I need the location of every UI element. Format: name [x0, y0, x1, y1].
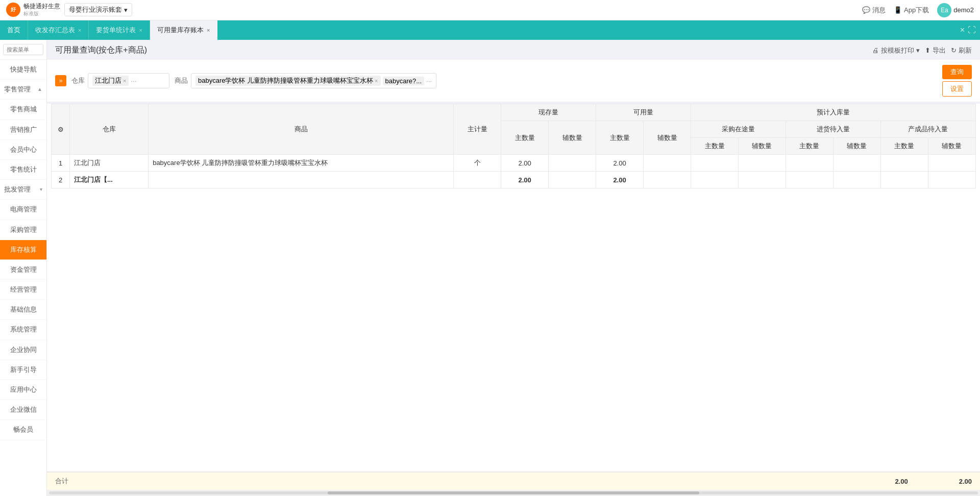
logo-area: 好 畅捷通好生意 标准版 — [6, 3, 60, 17]
chevron-down-icon-2: ▾ — [916, 46, 920, 54]
sidebar-item-system[interactable]: 系统管理 — [0, 320, 46, 340]
th-planned-inbound: 预计入库量 — [691, 104, 976, 121]
filter-more-icon: ··· — [131, 77, 136, 85]
settings-button[interactable]: 设置 — [942, 81, 972, 97]
cell-avail-aux — [644, 155, 691, 172]
cell-stock-aux — [549, 155, 596, 172]
th-purchase-main: 主数量 — [691, 138, 739, 155]
th-unit: 主计量 — [454, 104, 501, 155]
close-receive-summary-icon[interactable]: × — [78, 27, 81, 33]
sidebar-item-basics[interactable]: 基础信息 — [0, 300, 46, 320]
home-tab-label: 首页 — [7, 26, 20, 35]
cell-purchase-main-2 — [691, 172, 739, 188]
close-order-stats-icon[interactable]: × — [139, 27, 142, 33]
cell-prod-aux — [928, 155, 975, 172]
expand-filter-btn[interactable]: » — [55, 75, 66, 86]
warehouse-input[interactable]: 江北门店 × ··· — [88, 73, 169, 88]
sidebar-item-enterprise-wechat[interactable]: 企业微信 — [0, 400, 46, 420]
refresh-btn[interactable]: ↻ 刷新 — [951, 46, 972, 55]
export-btn[interactable]: ⬆ 导出 — [925, 46, 946, 55]
product-tag-2: babycare?... — [383, 77, 425, 85]
sidebar-item-member[interactable]: 会员中心 — [0, 140, 46, 160]
top-bar-right: 💬 消息 📱 App下载 Ea demo2 — [862, 3, 974, 17]
sidebar-item-inventory[interactable]: 库存核算 — [0, 240, 46, 260]
page-header: 可用量查询(按仓库+商品) 🖨 按模板打印 ▾ ⬆ 导出 ↻ 刷新 — [47, 40, 980, 60]
sidebar: 快捷导航 零售管理 ▲ 零售商城 营销推广 会员中心 零售统计 批发管理 ▾ 电… — [0, 40, 47, 496]
horizontal-scrollbar[interactable] — [47, 490, 980, 496]
available-inventory-label: 可用量库存账本 — [157, 26, 204, 35]
sidebar-item-zero-sales[interactable]: 零售管理 ▲ — [0, 80, 46, 100]
logo-text: 畅捷通好生意 — [23, 3, 60, 10]
content-area: 可用量查询(按仓库+商品) 🖨 按模板打印 ▾ ⬆ 导出 ↻ 刷新 » — [47, 40, 980, 496]
product-input[interactable]: babycare学饮杯 儿童防摔防撞吸管杯重力球吸嘴杯宝宝水杯 × babyca… — [191, 73, 436, 88]
export-icon: ⬆ — [925, 46, 930, 54]
tab-bar-controls: × ⛶ — [956, 20, 980, 40]
th-inbound-pending: 进货待入量 — [786, 121, 880, 138]
th-production-pending: 产成品待入量 — [880, 121, 975, 138]
industry-selector[interactable]: 母婴行业演示账套 ▾ — [64, 3, 132, 16]
sidebar-item-purchase[interactable]: 采购管理 — [0, 220, 46, 240]
user-area[interactable]: Ea demo2 — [937, 3, 974, 17]
chevron-down-icon: ▾ — [124, 6, 128, 14]
cell-prod-main-2 — [880, 172, 928, 188]
cell-inbound-aux-2 — [833, 172, 880, 188]
refresh-icon: ↻ — [951, 46, 957, 54]
sidebar-item-member2[interactable]: 畅会员 — [0, 420, 46, 440]
print-icon: 🖨 — [872, 46, 879, 54]
cell-product-2 — [149, 172, 454, 188]
sidebar-item-marketing[interactable]: 营销推广 — [0, 120, 46, 140]
sidebar-item-operations[interactable]: 经营管理 — [0, 280, 46, 300]
th-available: 可用量 — [596, 104, 691, 121]
tab-home[interactable]: 首页 — [0, 20, 28, 40]
product-label: 商品 — [175, 76, 188, 85]
sidebar-item-enterprise[interactable]: 企业协同 — [0, 340, 46, 360]
th-settings[interactable]: ⚙ — [52, 104, 70, 155]
cell-row-num-2: 2 — [52, 172, 70, 188]
close-available-inventory-icon[interactable]: × — [207, 27, 210, 33]
query-button[interactable]: 查询 — [942, 65, 972, 79]
sidebar-item-zero-stats[interactable]: 零售统计 — [0, 160, 46, 180]
logo-icon: 好 — [6, 3, 20, 17]
filter-more-2-icon: ··· — [426, 77, 432, 85]
logo-badge: 标准版 — [23, 10, 60, 17]
sidebar-item-wholesale[interactable]: 批发管理 ▾ — [0, 180, 46, 200]
sidebar-item-zero-mall[interactable]: 零售商城 — [0, 100, 46, 120]
search-input[interactable] — [3, 44, 43, 55]
inventory-table: ⚙ 仓库 商品 主计量 现存量 可用量 预计入库量 主数量 辅数量 主数量 辅数… — [51, 104, 976, 188]
th-stock-main: 主数量 — [501, 121, 549, 155]
sidebar-item-newbie[interactable]: 新手引导 — [0, 360, 46, 380]
tab-order-stats[interactable]: 要货单统计表 × — [89, 20, 150, 40]
cell-warehouse: 江北门店 — [70, 155, 149, 172]
template-print-btn[interactable]: 🖨 按模板打印 ▾ — [872, 46, 920, 55]
sidebar-item-ecommerce[interactable]: 电商管理 — [0, 200, 46, 220]
app-download-btn[interactable]: 📱 App下载 — [894, 6, 929, 15]
app-icon: 📱 — [894, 6, 902, 14]
scroll-thumb[interactable] — [328, 491, 699, 494]
cell-stock-main-2: 2.00 — [501, 172, 549, 188]
message-btn[interactable]: 💬 消息 — [862, 6, 886, 15]
avatar: Ea — [937, 3, 951, 17]
fullscreen-btn[interactable]: ⛶ — [968, 26, 976, 35]
th-avail-main: 主数量 — [596, 121, 644, 155]
th-purchase-transit: 采购在途量 — [691, 121, 786, 138]
cell-prod-main — [880, 155, 928, 172]
sidebar-item-app-center[interactable]: 应用中心 — [0, 380, 46, 400]
sidebar-item-finance[interactable]: 资金管理 — [0, 260, 46, 280]
cell-avail-main-2: 2.00 — [596, 172, 644, 188]
th-current-stock: 现存量 — [501, 104, 596, 121]
th-inbound-main: 主数量 — [786, 138, 833, 155]
tab-available-inventory[interactable]: 可用量库存账本 × — [150, 20, 217, 40]
th-product: 商品 — [149, 104, 454, 155]
chevron-icon-2: ▾ — [40, 186, 42, 193]
remove-warehouse-tag-icon[interactable]: × — [123, 78, 126, 84]
sidebar-item-quick-nav[interactable]: 快捷导航 — [0, 60, 46, 80]
tab-receive-summary[interactable]: 收发存汇总表 × — [28, 20, 89, 40]
th-stock-aux: 辅数量 — [549, 121, 596, 155]
product-tag-1: babycare学饮杯 儿童防摔防撞吸管杯重力球吸嘴杯宝宝水杯 × — [195, 76, 381, 86]
remove-product-tag1-icon[interactable]: × — [375, 78, 378, 84]
cell-prod-aux-2 — [928, 172, 975, 188]
close-tab-btn[interactable]: × — [960, 26, 965, 35]
table-row: 1 江北门店 babycare学饮杯 儿童防摔防撞吸管杯重力球吸嘴杯宝宝水杯 个… — [52, 155, 976, 172]
sidebar-search-area — [0, 40, 46, 60]
cell-unit: 个 — [454, 155, 501, 172]
